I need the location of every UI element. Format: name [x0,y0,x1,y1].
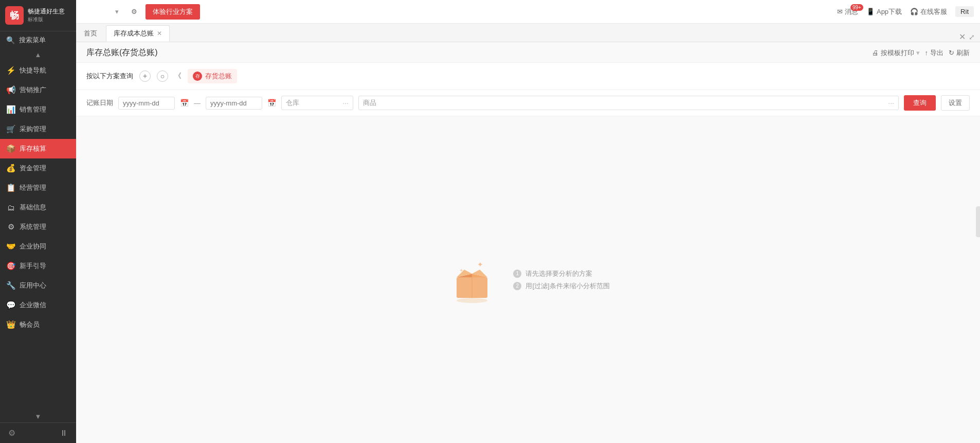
query-row: 记账日期 📅 — 📅 仓库 ··· 商品 ··· 查询 设置 [76,90,980,116]
page-content: 库存总账(存货总账) 🖨 按模板打印 ▾ ↑ 导出 ↻ 刷新 按以下方案查询 [76,42,980,443]
sidebar-item-enterprise[interactable]: 🤝 企业协同 [0,237,76,256]
sidebar-item-label: 企业协同 [20,242,46,251]
product-more-icon[interactable]: ··· [888,99,894,107]
tip-num-2: 2 [513,282,521,290]
page-header: 库存总账(存货总账) 🖨 按模板打印 ▾ ↑ 导出 ↻ 刷新 [76,42,980,63]
svg-text:✦: ✦ [459,268,463,273]
print-icon: 🖨 [872,49,879,57]
export-label: 导出 [930,48,943,58]
online-service-button[interactable]: 🎧 在线客服 [910,7,947,16]
message-badge: 99+ [850,4,863,11]
sidebar-item-member[interactable]: 👑 畅会员 [0,315,76,334]
settings-button[interactable]: 设置 [941,95,970,111]
sidebar-item-label: 快捷导航 [20,66,46,75]
sidebar-item-label: 应用中心 [20,281,46,290]
sidebar-item-quick-nav[interactable]: ⚡ 快捷导航 [0,61,76,80]
sidebar-item-label: 企业微信 [20,300,46,310]
settings-footer-icon[interactable]: ⚙ [8,428,15,438]
phone-icon: 📱 [866,8,875,15]
filter-collapse-button[interactable]: 《 [174,72,182,81]
product-selector[interactable]: 商品 ··· [358,96,899,110]
sidebar-item-label: 新手引导 [20,261,46,271]
app-name: 畅捷通好生意 [28,8,65,16]
tab-home[interactable]: 首页 [76,25,105,42]
search-menu-item[interactable]: 🔍 搜索菜单 [0,31,76,49]
tab-inventory-ledger[interactable]: 库存成本总账 ✕ [106,25,170,42]
filter-add-button[interactable]: ＋ [139,70,151,82]
topbar-settings-button[interactable]: ⚙ [127,5,141,19]
industry-btn[interactable]: 体验行业方案 [146,4,200,20]
calendar-start-icon[interactable]: 📅 [180,99,189,107]
empty-tips: 1 请先选择要分析的方案 2 用[过滤]条件来缩小分析范围 [513,266,609,294]
sidebar-scroll-down[interactable]: ▼ [0,411,76,422]
sidebar-nav: ⚡ 快捷导航 📢 营销推广 📊 销售管理 🛒 采购管理 📦 库存核算 💰 资金管… [0,61,76,411]
sidebar-item-label: 系统管理 [20,222,46,232]
svg-point-0 [457,298,487,303]
tip-text-1: 请先选择要分析的方案 [525,269,592,278]
calendar-end-icon[interactable]: 📅 [267,99,276,107]
scheme-item-inventory[interactable]: 存 存货总账 [188,69,237,83]
sidebar-item-inventory[interactable]: 📦 库存核算 [0,139,76,158]
right-panel-indicator[interactable] [976,206,980,237]
tab-expand-icon[interactable]: ⤢ [969,33,975,41]
sidebar-scroll-up[interactable]: ▲ [0,49,76,61]
date-end-input[interactable] [206,97,262,110]
sidebar-item-newbie[interactable]: 🎯 新手引导 [0,256,76,276]
sidebar-item-app-center[interactable]: 🔧 应用中心 [0,276,76,295]
message-button[interactable]: ✉ 消息 99+ [837,7,858,16]
filter-delete-button[interactable]: ○ [157,70,168,82]
filter-section: 按以下方案查询 ＋ ○ 《 存 存货总账 [76,63,980,90]
topbar-right: ✉ 消息 99+ 📱 App下载 🎧 在线客服 Rit [837,6,974,17]
page-actions: 🖨 按模板打印 ▾ ↑ 导出 ↻ 刷新 [872,48,970,58]
tabs-bar: 首页 库存成本总账 ✕ ✕ ⤢ [76,24,980,42]
print-label: 按模板打印 [881,48,914,58]
quick-nav-icon: ⚡ [6,66,15,75]
logo-icon: 畅 [5,6,24,25]
refresh-label: 刷新 [956,48,970,58]
date-start-input[interactable] [118,97,175,110]
inventory-icon: 📦 [6,144,15,153]
sidebar-item-label: 资金管理 [20,164,46,173]
print-button[interactable]: 🖨 按模板打印 ▾ [872,48,920,58]
enterprise-icon: 🤝 [6,242,15,251]
sidebar-item-finance[interactable]: 💰 资金管理 [0,158,76,178]
gear-icon: ⚙ [131,8,137,15]
tab-close-icon[interactable]: ✕ [157,30,162,37]
warehouse-more-icon[interactable]: ··· [342,99,349,107]
warehouse-selector[interactable]: 仓库 ··· [281,96,353,110]
app-download-label: App下载 [877,7,902,16]
sidebar-item-basic-info[interactable]: 🗂 基础信息 [0,198,76,217]
topbar-dropdown[interactable]: ▾ [82,5,123,19]
date-field-label: 记账日期 [86,98,113,108]
empty-state: ✦ ✦ 1 请先选择要分析的方案 2 用[过滤]条件来缩小分析范围 [76,116,980,443]
user-profile-button[interactable]: Rit [955,6,974,17]
sidebar-item-label: 销售管理 [20,105,46,114]
online-service-label: 在线客服 [920,7,947,16]
system-icon: ⚙ [6,222,15,232]
sidebar-item-purchase[interactable]: 🛒 采购管理 [0,119,76,139]
audio-footer-icon[interactable]: ⏸ [60,429,68,438]
user-name: Rit [960,8,969,15]
app-logo: 畅 畅捷通好生意 标准版 [0,0,76,31]
headset-icon: 🎧 [910,8,918,15]
sidebar-item-system[interactable]: ⚙ 系统管理 [0,217,76,237]
tab-close-all-icon[interactable]: ✕ [959,32,966,42]
refresh-icon: ↻ [949,49,954,57]
sidebar-item-label: 库存核算 [20,144,46,153]
app-center-icon: 🔧 [6,281,15,290]
export-button[interactable]: ↑ 导出 [925,48,944,58]
sidebar-item-wechat[interactable]: 💬 企业微信 [0,295,76,315]
finance-icon: 💰 [6,164,15,173]
app-download-button[interactable]: 📱 App下载 [866,7,902,16]
query-button[interactable]: 查询 [904,95,936,111]
newbie-icon: 🎯 [6,261,15,271]
sidebar-item-operations[interactable]: 📋 经营管理 [0,178,76,198]
wechat-icon: 💬 [6,300,15,310]
empty-visual: ✦ ✦ 1 请先选择要分析的方案 2 用[过滤]条件来缩小分析范围 [446,254,609,306]
sidebar-item-marketing[interactable]: 📢 营销推广 [0,80,76,100]
sidebar-item-sales[interactable]: 📊 销售管理 [0,100,76,119]
sidebar-footer: ⚙ ⏸ [0,422,76,443]
sidebar-item-label: 采购管理 [20,125,46,134]
app-badge: 标准版 [28,16,65,23]
refresh-button[interactable]: ↻ 刷新 [949,48,970,58]
